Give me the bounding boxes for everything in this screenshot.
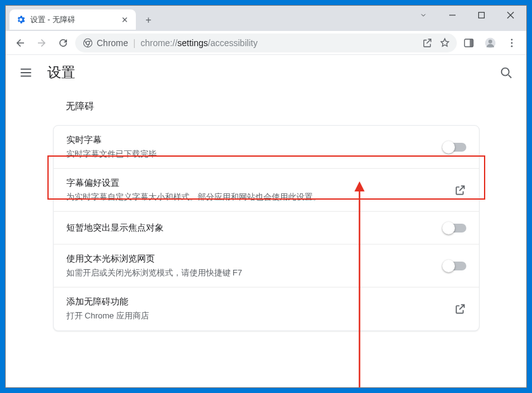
- row-sub: 如需开启或关闭光标浏览模式，请使用快捷键 F7: [66, 267, 433, 279]
- titlebar: 设置 - 无障碍 ✕ +: [6, 6, 526, 31]
- side-panel-button[interactable]: [459, 33, 478, 52]
- close-window-button[interactable]: [496, 6, 525, 25]
- menu-kebab-button[interactable]: [502, 33, 521, 52]
- omnibox-separator: |: [133, 38, 136, 48]
- row-title: 使用文本光标浏览网页: [66, 252, 433, 265]
- url-text: chrome://settings/accessibility: [140, 38, 257, 48]
- settings-main: 无障碍 实时字幕 实时字幕文件已下载完毕 字幕偏好设置 为实时字幕自定义字幕大小…: [6, 90, 526, 387]
- row-title: 实时字幕: [66, 133, 433, 147]
- accessibility-panel: 无障碍 实时字幕 实时字幕文件已下载完毕 字幕偏好设置 为实时字幕自定义字幕大小…: [53, 95, 480, 375]
- back-button[interactable]: [11, 33, 30, 52]
- toggle-live-caption[interactable]: [444, 143, 466, 152]
- forward-button[interactable]: [32, 33, 51, 52]
- search-button[interactable]: [496, 63, 516, 83]
- settings-topbar: 设置: [6, 55, 526, 90]
- address-bar: Chrome | chrome://settings/accessibility: [6, 31, 526, 55]
- hamburger-menu-button[interactable]: [16, 63, 36, 83]
- minimize-button[interactable]: [438, 6, 467, 25]
- close-tab-icon[interactable]: ✕: [119, 15, 130, 25]
- svg-point-11: [502, 68, 509, 76]
- browser-window: 设置 - 无障碍 ✕ +: [5, 5, 527, 388]
- row-title: 字幕偏好设置: [66, 176, 444, 190]
- reload-button[interactable]: [54, 33, 73, 52]
- share-icon[interactable]: [421, 37, 433, 49]
- svg-rect-5: [470, 39, 473, 47]
- toggle-highlight-focus[interactable]: [444, 224, 466, 233]
- row-caret-browsing[interactable]: 使用文本光标浏览网页 如需开启或关闭光标浏览模式，请使用快捷键 F7: [54, 244, 479, 287]
- maximize-button[interactable]: [467, 6, 496, 25]
- dropdown-icon[interactable]: [409, 6, 438, 25]
- external-link-icon: [454, 303, 466, 315]
- row-highlight-focus[interactable]: 短暂地突出显示焦点对象: [54, 211, 479, 244]
- svg-point-8: [511, 39, 513, 40]
- profile-button[interactable]: [481, 33, 500, 52]
- tab-title: 设置 - 无障碍: [30, 15, 115, 25]
- row-live-caption[interactable]: 实时字幕 实时字幕文件已下载完毕: [54, 126, 479, 168]
- row-add-accessibility[interactable]: 添加无障碍功能 打开 Chrome 应用商店: [54, 287, 479, 330]
- row-title: 添加无障碍功能: [66, 295, 444, 308]
- gear-icon: [16, 15, 26, 25]
- site-info[interactable]: Chrome: [83, 38, 128, 48]
- svg-point-10: [511, 45, 513, 47]
- site-info-label: Chrome: [97, 38, 128, 48]
- section-title: 无障碍: [53, 95, 480, 125]
- svg-rect-1: [479, 13, 485, 18]
- row-title: 短暂地突出显示焦点对象: [66, 221, 433, 234]
- svg-point-9: [511, 42, 513, 44]
- row-sub: 实时字幕文件已下载完毕: [66, 148, 433, 160]
- page-content: 设置 无障碍 实时字幕 实时字幕文件已下载完毕: [6, 55, 526, 387]
- row-sub: 为实时字幕自定义字幕大小和样式。部分应用和网站也会使用此设置。: [66, 191, 444, 203]
- row-caption-preferences[interactable]: 字幕偏好设置 为实时字幕自定义字幕大小和样式。部分应用和网站也会使用此设置。: [54, 168, 479, 211]
- svg-point-7: [488, 39, 492, 43]
- chrome-logo-icon: [83, 38, 93, 48]
- svg-line-12: [509, 75, 512, 78]
- new-tab-button[interactable]: +: [140, 11, 157, 29]
- bookmark-star-icon[interactable]: [439, 37, 450, 49]
- tab-strip: 设置 - 无障碍 ✕ +: [6, 6, 157, 30]
- page-title: 设置: [47, 63, 75, 82]
- external-link-icon: [454, 184, 466, 196]
- row-sub: 打开 Chrome 应用商店: [66, 310, 444, 322]
- browser-tab[interactable]: 设置 - 无障碍 ✕: [9, 9, 136, 30]
- omnibox[interactable]: Chrome | chrome://settings/accessibility: [75, 33, 457, 52]
- settings-card: 实时字幕 实时字幕文件已下载完毕 字幕偏好设置 为实时字幕自定义字幕大小和样式。…: [53, 125, 480, 331]
- toggle-caret-browsing[interactable]: [444, 262, 466, 270]
- window-controls: [409, 6, 526, 25]
